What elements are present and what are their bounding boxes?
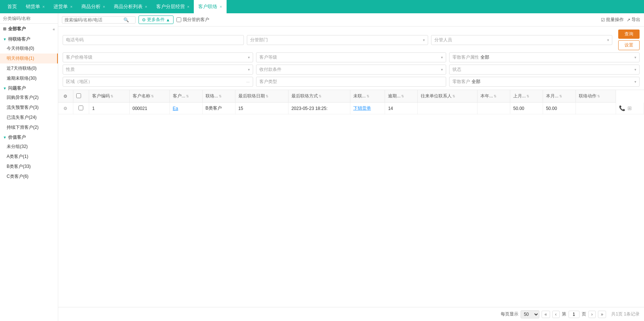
nav-item[interactable]: 首页 (3, 0, 21, 13)
phone-icon[interactable]: 📞 (619, 105, 625, 111)
sidebar-group-title[interactable]: ▼待联络客户 (0, 34, 58, 44)
nav-item[interactable]: 客户分层经营× (152, 0, 194, 13)
chevron-down-icon[interactable]: ▾ (634, 80, 636, 84)
nav-item[interactable]: 客户联络× (194, 0, 226, 13)
chevron-down-icon[interactable]: ▾ (248, 55, 250, 59)
first-page-btn[interactable]: « (542, 311, 550, 318)
sidebar-item[interactable]: 明天待联络(1) (0, 54, 58, 63)
th-action[interactable]: 联络动作 ⇅ (575, 90, 616, 103)
col-sort[interactable]: 最后联络方式 ⇅ (291, 93, 322, 99)
filter-field[interactable]: 客户类型 (256, 77, 447, 87)
sidebar-item[interactable]: B类客户(33) (0, 162, 58, 172)
th-type[interactable]: 客户... ⇅ (169, 90, 202, 103)
close-icon[interactable]: × (103, 4, 105, 9)
sidebar-all[interactable]: ⊞全部客户« (0, 24, 58, 34)
sidebar-item[interactable]: 今天待联络(0) (0, 44, 58, 54)
batch-op-btn[interactable]: ☑ 批量操作 (601, 17, 624, 23)
chevron-down-icon[interactable]: ▾ (634, 68, 636, 72)
row-checkbox[interactable] (78, 106, 83, 110)
td-last_method[interactable]: 下销货单 (350, 103, 385, 114)
filter-field-input[interactable] (279, 79, 443, 84)
my-customers-wrap[interactable]: 我分管的客户 (176, 17, 209, 23)
filter-field[interactable]: 分管部门▾ (247, 35, 428, 45)
th-gear[interactable]: ⚙ (58, 90, 73, 103)
qr-icon[interactable]: ⊞ (627, 105, 632, 111)
sidebar-item[interactable]: 回购异常客户(2) (0, 93, 58, 103)
col-sort[interactable]: 往来单位联系人 ⇅ (421, 93, 455, 99)
nav-item[interactable]: 商品分析× (77, 0, 109, 13)
sidebar-item[interactable]: 流失预警客户(3) (0, 103, 58, 113)
filter-field[interactable]: 分管人员▾ (431, 35, 612, 45)
chevron-down-icon[interactable]: ▾ (441, 55, 443, 59)
search-input[interactable] (64, 17, 123, 23)
my-customers-checkbox[interactable] (176, 17, 181, 22)
export-btn[interactable]: ↗ 导出 (627, 17, 640, 23)
col-sort[interactable]: 联络动作 ⇅ (579, 93, 600, 99)
filter-field[interactable]: 电话号码 (63, 35, 244, 45)
next-page-btn[interactable]: › (588, 311, 596, 318)
th-code[interactable]: 客户编码 ⇅ (89, 90, 129, 103)
nav-item[interactable]: 商品分析列表× (109, 0, 151, 13)
th-last_month[interactable]: 上月... ⇅ (510, 90, 543, 103)
sidebar-item[interactable]: 已流失客户(24) (0, 113, 58, 122)
th-contact[interactable]: 联络... ⇅ (202, 90, 235, 103)
th-last_method[interactable]: 最后联络方式 ⇅ (288, 90, 350, 103)
td-name[interactable]: Ea (169, 103, 202, 114)
chevron-down-icon[interactable]: ▾ (423, 38, 425, 42)
filter-field[interactable]: 客户价格等级▾ (63, 52, 253, 62)
sidebar-group-title[interactable]: ▼价值客户 (0, 132, 58, 142)
col-sort[interactable]: 上月... ⇅ (513, 93, 529, 99)
row-gear-icon[interactable]: ⚙ (63, 106, 67, 111)
page-input[interactable] (568, 311, 580, 318)
close-icon[interactable]: × (42, 4, 45, 9)
th-last_date[interactable]: 最后联络日期 ⇅ (235, 90, 288, 103)
sidebar-item[interactable]: A类客户(1) (0, 152, 58, 162)
sidebar-group-title[interactable]: ▼问题客户 (0, 83, 58, 93)
chevron-down-icon[interactable]: ▾ (441, 68, 443, 72)
select-all-checkbox[interactable] (76, 93, 81, 98)
nav-item[interactable]: 销货单× (21, 0, 49, 13)
close-icon[interactable]: × (187, 4, 189, 9)
col-sort[interactable]: 联络... ⇅ (206, 93, 222, 99)
query-button[interactable]: 查询 (618, 30, 640, 39)
col-sort[interactable]: 最后联络日期 ⇅ (238, 93, 269, 99)
search-icon[interactable]: 🔍 (123, 17, 129, 23)
th-this_month[interactable]: 本月... ⇅ (543, 90, 575, 103)
set-button[interactable]: 设置 (618, 40, 640, 50)
sidebar-item[interactable]: 近7天待联络(0) (0, 63, 58, 73)
th-un_contact[interactable]: 未联... ⇅ (350, 90, 385, 103)
col-sort[interactable]: 本月... ⇅ (546, 93, 562, 99)
sidebar-item[interactable]: 逾期未联络(30) (0, 73, 58, 83)
nav-item[interactable]: 进货单× (49, 0, 77, 13)
filter-field[interactable]: 零散客户属性全部▾ (449, 52, 640, 62)
chevron-down-icon[interactable]: ▾ (634, 55, 636, 59)
gear-icon[interactable]: ⚙ (63, 94, 67, 99)
last-page-btn[interactable]: » (598, 311, 606, 318)
more-icon[interactable]: ··· (246, 80, 250, 84)
per-page-select[interactable]: 50 100 200 (521, 310, 539, 318)
col-sort[interactable]: 客户... ⇅ (173, 93, 189, 99)
filter-field[interactable]: 零散客户全部▾ (449, 77, 640, 87)
filter-more-btn[interactable]: ⚙ 更多条件 ▲ (139, 15, 174, 24)
col-sort[interactable]: 本年... ⇅ (480, 93, 497, 99)
td-gear[interactable]: ⚙ (58, 103, 73, 114)
col-sort[interactable]: 客户名称 ⇅ (133, 93, 154, 99)
th-partner[interactable]: 往来单位联系人 ⇅ (418, 90, 477, 103)
filter-field[interactable]: 客户等级▾ (256, 52, 447, 62)
filter-field-input[interactable] (85, 37, 241, 42)
sidebar-item[interactable]: 持续下滑客户(2) (0, 122, 58, 132)
close-icon[interactable]: × (70, 4, 72, 9)
filter-field[interactable]: 区域（地区）··· (63, 77, 253, 87)
filter-field[interactable]: 收付款条件▾ (256, 65, 447, 75)
th-this_year[interactable]: 本年... ⇅ (477, 90, 510, 103)
sidebar-item[interactable]: C类客户(6) (0, 172, 58, 182)
close-icon[interactable]: × (145, 4, 147, 9)
sidebar-item[interactable]: 未分组(32) (0, 142, 58, 152)
chevron-down-icon[interactable]: ▾ (248, 68, 250, 72)
th-checkbox[interactable] (73, 90, 89, 103)
chevron-down-icon[interactable]: ▾ (607, 38, 609, 42)
col-sort[interactable]: 客户编码 ⇅ (92, 93, 113, 99)
th-name[interactable]: 客户名称 ⇅ (129, 90, 169, 103)
prev-page-btn[interactable]: ‹ (552, 311, 560, 318)
td-checkbox[interactable] (73, 103, 89, 114)
